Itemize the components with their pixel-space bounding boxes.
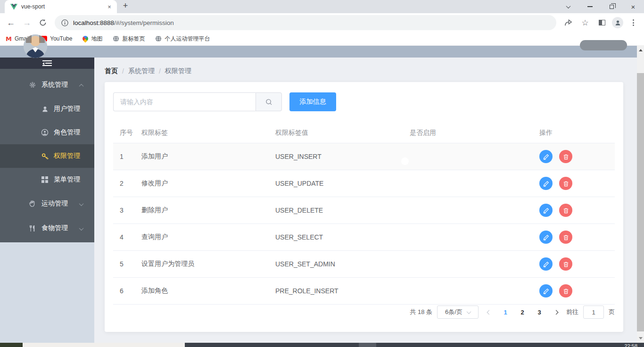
delete-button[interactable] (559, 284, 572, 297)
delete-button[interactable] (559, 150, 572, 163)
sidebar-item-permissions[interactable]: 权限管理 (0, 144, 94, 168)
chevron-up-icon (80, 81, 83, 89)
page-number-1[interactable]: 1 (499, 309, 512, 316)
pagination: 共 18 条 6条/页 1 2 3 前往 页 (410, 306, 615, 319)
os-taskbar-partial: 22:58 (0, 343, 644, 347)
side-panel-icon[interactable] (595, 16, 609, 30)
search-button[interactable] (256, 92, 282, 111)
bookmark-star-icon[interactable]: ☆ (578, 16, 592, 30)
minimize-button[interactable] (579, 0, 601, 13)
breadcrumb-home[interactable]: 首页 (105, 67, 118, 75)
delete-button[interactable] (559, 177, 572, 190)
new-tab-button[interactable]: + (119, 0, 132, 13)
tab-close-icon[interactable]: × (106, 3, 113, 10)
search-row: 添加信息 (113, 92, 615, 111)
delete-button[interactable] (559, 257, 572, 271)
page-size-select[interactable]: 6条/页 (437, 306, 479, 319)
address-bar[interactable]: localhost:8888/#/system/permission (55, 15, 556, 30)
sidebar-item-roles[interactable]: 角色管理 (0, 121, 94, 144)
bookmark-newtab[interactable]: 新标签页 (113, 35, 145, 43)
table-row: 6 添加角色 PRE_ROLE_INSERT (113, 278, 615, 305)
taskbar-search-partial[interactable] (23, 343, 185, 347)
edit-button[interactable] (539, 177, 553, 190)
table-row: 5 设置用户为管理员 USER_SET_ADMIN (113, 251, 615, 278)
grid-icon (41, 176, 49, 183)
chevron-down-icon (466, 309, 471, 314)
edit-button[interactable] (539, 257, 553, 271)
user-icon (41, 106, 49, 113)
food-icon (28, 225, 37, 232)
edit-button[interactable] (539, 231, 553, 244)
goto-label: 前往 (566, 308, 578, 316)
globe-icon (155, 35, 162, 42)
sidebar-group-sport[interactable]: 运动管理 (0, 191, 94, 216)
menu-kebab-icon[interactable] (626, 16, 640, 30)
gmail-icon: M (6, 35, 12, 42)
reload-icon[interactable] (36, 16, 50, 30)
browser-tab[interactable]: vue-sport × (5, 0, 117, 13)
sidebar-group-system[interactable]: 系统管理 (0, 73, 94, 97)
scroll-down-icon[interactable] (637, 335, 644, 342)
goto-page-input[interactable] (583, 306, 604, 319)
hamburger-icon (42, 60, 52, 66)
key-icon (41, 152, 49, 160)
pagination-total: 共 18 条 (410, 308, 432, 316)
role-icon (41, 129, 49, 136)
bookmark-maps[interactable]: 地图 (83, 35, 102, 43)
bookmark-sport-platform[interactable]: 个人运动管理平台 (155, 35, 210, 43)
sidebar-filler (0, 242, 94, 343)
globe-icon (113, 35, 119, 42)
table-row: 1 添加用户 USER_INSERT (113, 143, 615, 170)
profile-avatar-icon[interactable] (612, 17, 623, 28)
delete-button[interactable] (559, 231, 572, 244)
edit-button[interactable] (539, 150, 553, 163)
site-info-icon[interactable] (61, 19, 68, 26)
search-input[interactable] (113, 92, 256, 111)
gear-icon (28, 81, 37, 89)
prev-page-button[interactable] (483, 306, 495, 319)
tab-search-icon[interactable] (557, 0, 579, 13)
table-row: 3 删除用户 USER_DELETE (113, 197, 615, 224)
sidebar-item-users[interactable]: 用户管理 (0, 97, 94, 121)
main-layout: 系统管理 用户管理 角色管理 (0, 58, 644, 343)
next-page-button[interactable] (550, 306, 561, 319)
back-icon[interactable]: ← (4, 16, 18, 30)
add-info-button[interactable]: 添加信息 (289, 92, 336, 111)
breadcrumb-system[interactable]: 系统管理 (128, 67, 155, 75)
bookmarks-bar: M Gmail YouTube 地图 新标签页 个人运动管理平台 (0, 32, 644, 46)
search-icon (265, 99, 272, 106)
goto-suffix: 页 (609, 308, 615, 316)
page-scrollbar[interactable] (637, 46, 644, 343)
logout-button-partial[interactable] (580, 40, 627, 50)
scroll-up-icon[interactable] (637, 47, 644, 54)
page-number-2[interactable]: 2 (516, 309, 528, 316)
taskbar-active-app[interactable] (359, 343, 376, 347)
url-text: localhost:8888/#/system/permission (73, 19, 174, 26)
delete-button[interactable] (559, 204, 572, 217)
content-area: 首页 / 系统管理 / 权限管理 添加信息 (94, 58, 644, 343)
taskbar-clock: 22:58 (624, 343, 637, 347)
sidebar-collapse-bar[interactable] (0, 58, 94, 69)
app-header-strip (0, 46, 644, 58)
window-controls: × (557, 0, 644, 13)
scrollbar-thumb[interactable] (637, 73, 644, 331)
sport-icon (28, 200, 37, 207)
edit-button[interactable] (539, 204, 553, 217)
taskbar-app-icon[interactable] (0, 343, 23, 347)
vue-favicon-icon (10, 4, 17, 10)
table-row: 2 修改用户 USER_UPDATE (113, 170, 615, 197)
sidebar-menu: 系统管理 用户管理 角色管理 (0, 69, 94, 242)
close-button[interactable]: × (622, 0, 644, 13)
sidebar-item-menus[interactable]: 菜单管理 (0, 168, 94, 191)
tab-strip: vue-sport × + × (0, 0, 644, 13)
edit-button[interactable] (539, 284, 553, 297)
sidebar-group-food[interactable]: 食物管理 (0, 216, 94, 240)
tab-title: vue-sport (21, 3, 102, 10)
user-avatar[interactable] (24, 34, 47, 58)
permission-table: 序号 权限标签 权限标签值 是否启用 操作 1 添加用户 USER_INSERT (113, 123, 615, 305)
share-icon[interactable] (561, 16, 575, 30)
maps-icon (82, 35, 90, 43)
restore-button[interactable] (601, 0, 622, 13)
forward-icon[interactable]: → (20, 16, 34, 30)
page-number-3[interactable]: 3 (533, 309, 545, 316)
